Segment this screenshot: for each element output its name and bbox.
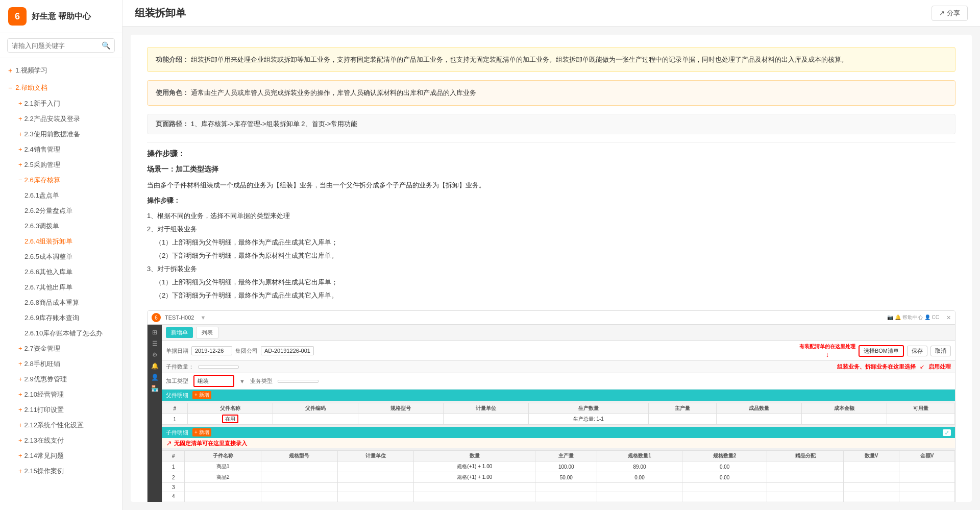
sidebar-item-2-3[interactable]: +2.3使用前数据准备 — [0, 127, 122, 142]
nav-section-video: + 1.视频学习 — [0, 62, 122, 79]
mock-group-label: 集团公司 — [235, 347, 258, 355]
cell-name-field[interactable]: 在用 — [222, 415, 238, 423]
mock-tab-new[interactable]: 新增单 — [166, 327, 193, 338]
sidebar-item-2-7[interactable]: +2.7资金管理 — [0, 341, 122, 356]
sidebar-item-2-4[interactable]: +2.4销售管理 — [0, 142, 122, 157]
search-box: 🔍 — [7, 38, 115, 53]
sidebar-item-2-10[interactable]: +2.10经营管理 — [0, 387, 122, 402]
lth-spec2: 规格数量2 — [682, 451, 767, 462]
screenshot-container: 6 TEST-H002 ▼ 📷 🔔 帮助中心 👤 CC ✕ ⊞ ☰ ⚙ 🔔 👤 — [147, 310, 955, 502]
sidebar-item-2-9[interactable]: +2.9优惠券管理 — [0, 372, 122, 387]
th-cost: 成本金额 — [801, 403, 887, 414]
step3-sub: （1）上部明细为父件明细，最终作为原材料生成其它出库单； （2）下部明细为子件明… — [147, 276, 955, 302]
sidebar-item-2-2[interactable]: +2.2产品安装及登录 — [0, 111, 122, 127]
sidebar-item-2-6-7[interactable]: 2.6.7其他出库单 — [0, 280, 122, 295]
th-prod-qty: 生产数量 — [528, 403, 648, 414]
mock-lower-section-header: 子件明细 + 新增 ⤢ — [162, 427, 955, 438]
type1-field[interactable]: 组装 — [193, 375, 234, 387]
func-intro-label: 功能介绍： — [156, 56, 189, 63]
mock-type-row: 加工类型 组装 ▼ 业务类型 — [162, 373, 955, 390]
sidebar-item-2-6-5[interactable]: 2.6.5成本调整单 — [0, 249, 122, 264]
cell-avail — [887, 414, 955, 425]
step1: 1、根据不同的业务，选择不同单据的类型来处理 — [147, 209, 955, 223]
mock-btn-add-upper[interactable]: + 新增 — [192, 391, 211, 399]
annotation2-arrow: ↙ — [920, 363, 924, 370]
sidebar-item-video[interactable]: + 1.视频学习 — [0, 62, 122, 79]
sidebar-item-2-14[interactable]: +2.14常见问题 — [0, 448, 122, 464]
mock-btn-add-lower[interactable]: + 新增 — [192, 428, 211, 436]
lth-qtyv: 数量V — [844, 451, 899, 462]
ops-steps-sub-label: 操作步骤： — [147, 196, 955, 205]
sidebar-item-2-6[interactable]: −2.6库存核算 — [0, 173, 122, 188]
sidebar-item-2-6-2[interactable]: 2.6.2分量盘点单 — [0, 203, 122, 218]
mock-title-id: TEST-H002 — [165, 314, 194, 321]
nav-home-icon: ⊞ — [152, 327, 157, 338]
sidebar-item-2-6-6[interactable]: 2.6.6其他入库单 — [0, 264, 122, 280]
nav-list-icon: ☰ — [152, 338, 158, 349]
step3-sub2: （2）下部明细为子件明细，最终作为产成品生成其它入库单。 — [155, 289, 955, 302]
lth-qty: 数量 — [414, 451, 535, 462]
func-intro-block: 功能介绍： 组装拆卸单用来处理企业组装或拆卸等加工业务，支持有固定装配清单的产品… — [147, 47, 955, 72]
sidebar: 6 好生意 帮助中心 🔍 + 1.视频学习 − 2.帮助文档 +2.1新手入门 — [0, 0, 122, 510]
mock-logo: 6 — [152, 313, 161, 322]
search-input[interactable] — [12, 42, 102, 50]
main-area: 组装拆卸单 ↗ 分享 功能介绍： 组装拆卸单用来处理企业组装或拆卸等加工业务，支… — [122, 0, 980, 510]
mock-date-field[interactable]: 2019-12-26 — [191, 346, 232, 355]
sidebar-item-2-8[interactable]: +2.8手机旺铺 — [0, 356, 122, 372]
lth-amtv: 金额V — [899, 451, 954, 462]
page-path-block: 页面路径： 1、库存核算->库存管理->组装拆卸单 2、首页->常用功能 — [147, 114, 955, 134]
cell-num: 1 — [162, 414, 188, 425]
func-intro-text: 组装拆卸单用来处理企业组装或拆卸等加工业务，支持有固定装配清单的产品加工业务，也… — [191, 56, 848, 63]
sidebar-item-2-6-10[interactable]: 2.6.10库存账本错了怎么办 — [0, 326, 122, 341]
search-icon[interactable]: 🔍 — [102, 41, 110, 50]
mock-count-field[interactable] — [198, 366, 239, 369]
sidebar-item-2-12[interactable]: +2.12系统个性化设置 — [0, 418, 122, 433]
cell-costamt — [801, 414, 887, 425]
step2-sub2: （2）下部明细为子件明细，最终作为原材料生成其它出库单。 — [155, 249, 955, 262]
sidebar-item-2-15[interactable]: +2.15操作案例 — [0, 464, 122, 479]
mock-expand-icon[interactable]: ⤢ — [943, 429, 951, 436]
type2-label: 业务类型 — [250, 377, 273, 385]
mock-btn-select-bom[interactable]: 选择BOM清单 — [859, 345, 904, 357]
nav-shop-icon: 🏪 — [151, 383, 159, 394]
mock-btn-save[interactable]: 保存 — [907, 346, 927, 356]
sidebar-item-2-6-4[interactable]: 2.6.4组装拆卸单 — [0, 234, 122, 249]
share-icon: ↗ — [939, 9, 945, 17]
role-label: 使用角色： — [156, 89, 189, 96]
mock-tabs-bar: 新增单 列表 — [162, 325, 955, 341]
mock-tab-list[interactable]: 列表 — [196, 327, 218, 338]
steps-list: 1、根据不同的业务，选择不同单据的类型来处理 2、对于组装业务 （1）上部明细为… — [147, 209, 955, 302]
lth-unit: 计量单位 — [337, 451, 414, 462]
sidebar-item-2-6-3[interactable]: 2.6.3调拨单 — [0, 218, 122, 234]
mock-dropdown-icon: ▼ — [200, 314, 206, 321]
table-row: 1 在用 生产总量: 1-1 — [162, 414, 955, 425]
type1-label: 加工类型 — [166, 377, 188, 385]
sidebar-item-docs[interactable]: − 2.帮助文档 — [0, 80, 122, 96]
mock-titlebar: 6 TEST-H002 ▼ 📷 🔔 帮助中心 👤 CC ✕ — [148, 311, 955, 325]
sidebar-item-2-6-1[interactable]: 2.6.1盘点单 — [0, 188, 122, 203]
th-spec: 规格型号 — [358, 403, 443, 414]
th-parent-name: 父件名称 — [187, 403, 273, 414]
sidebar-item-2-6-8[interactable]: 2.6.8商品成本重算 — [0, 295, 122, 310]
cell-mainqty — [649, 414, 717, 425]
mock-close-icon[interactable]: ✕ — [946, 314, 951, 321]
lower-table-row-4: 4 — [162, 492, 955, 501]
type-arrow: ▼ — [239, 378, 245, 384]
mock-app: 6 TEST-H002 ▼ 📷 🔔 帮助中心 👤 CC ✕ ⊞ ☰ ⚙ 🔔 👤 — [148, 311, 955, 502]
mock-btn-cancel[interactable]: 取消 — [930, 346, 951, 356]
sidebar-item-2-11[interactable]: +2.11打印设置 — [0, 402, 122, 418]
sidebar-item-2-6-9[interactable]: 2.6.9库存账本查询 — [0, 310, 122, 326]
sidebar-item-2-13[interactable]: +2.13在线支付 — [0, 433, 122, 448]
mock-group-field[interactable]: AD-20191226-001 — [261, 346, 314, 355]
sidebar-item-2-5[interactable]: +2.5采购管理 — [0, 157, 122, 173]
cell-code — [273, 414, 358, 425]
th-finished-qty: 成品数量 — [716, 403, 801, 414]
mock-sub-toolbar: 子件数量： 组装业务、拆卸业务在这里选择 ↙ 启用处理 — [162, 361, 955, 373]
lth-name: 子件名称 — [185, 451, 261, 462]
plus-icon: + — [8, 66, 12, 75]
share-button[interactable]: ↗ 分享 — [932, 6, 968, 21]
role-text: 通常由生产人员或库管人员完成拆装业务的操作，库管人员确认原材料的出库和产成品的入… — [191, 89, 476, 96]
sidebar-item-2-1[interactable]: +2.1新手入门 — [0, 96, 122, 111]
type2-field[interactable] — [278, 380, 318, 383]
th-parent-code: 父件编码 — [273, 403, 358, 414]
